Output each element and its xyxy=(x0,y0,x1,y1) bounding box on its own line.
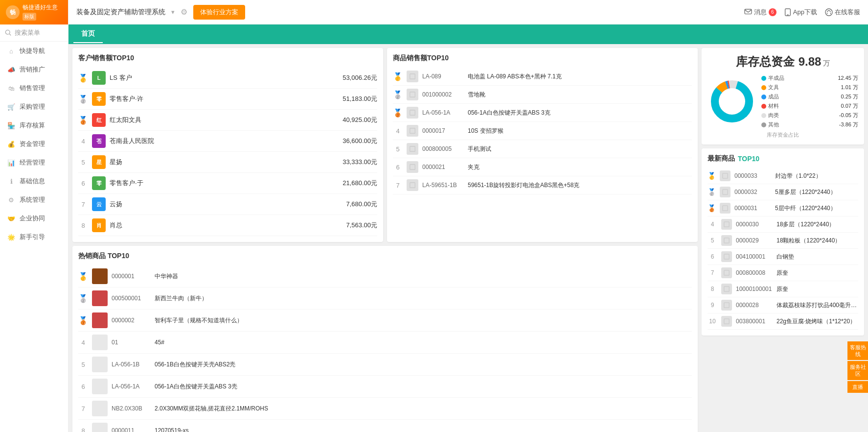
customer-rank-item: 4 苍 苍南县人民医院 36,600.00元 xyxy=(78,131,377,152)
hot-name: 新西兰牛肉（新牛） xyxy=(155,294,692,303)
sidebar-item-management[interactable]: 📊 经营管理 xyxy=(0,153,68,172)
new-avatar xyxy=(721,284,732,294)
inventory-legend: 半成品 12.45 万 文具 1.01 万 成品 0.25 万 xyxy=(761,73,858,129)
new-product-item: 5 0000029 18颗粒板（1220*2440） xyxy=(708,233,858,249)
management-icon: 📊 xyxy=(7,158,16,167)
svg-rect-2 xyxy=(745,9,752,14)
product-rank-item: 4 0000017 10S 变招罗猴 xyxy=(393,122,692,140)
search-menu[interactable]: 搜索菜单 xyxy=(0,24,68,42)
legend-dot-material xyxy=(761,104,766,109)
sales-icon: 🛍 xyxy=(7,84,16,93)
hot-code: 01 xyxy=(112,339,151,346)
phone-icon xyxy=(784,8,791,16)
new-code: 10000100001 xyxy=(736,286,773,292)
online-service-btn[interactable]: 在线客服 xyxy=(825,8,860,17)
logo-icon: 畅 xyxy=(6,5,20,19)
new-code: 000800008 xyxy=(736,269,773,276)
float-live-btn[interactable]: 直播 xyxy=(847,381,868,393)
hot-product-item: 🥈 000500001 新西兰牛肉（新牛） xyxy=(78,288,692,310)
sidebar-item-guide[interactable]: 🌟 新手引导 xyxy=(0,228,68,246)
sidebar-label-9: 企业协同 xyxy=(20,214,45,223)
new-code: 0000033 xyxy=(734,172,771,179)
new-name: 体裁荔枝味苏打饮品400毫升（1*15） xyxy=(777,301,858,310)
sidebar-item-marketing[interactable]: 📣 营销推广 xyxy=(0,60,68,79)
legend-value-material: 0.07 万 xyxy=(841,102,858,110)
sidebar-label-8: 系统管理 xyxy=(20,195,45,204)
rank-name: LS 客户 xyxy=(110,73,339,82)
new-avatar xyxy=(721,267,732,278)
product-rank-item: 🥈 001000002 雪地靴 xyxy=(393,86,692,104)
sidebar-logo: 畅 畅捷通好生意 标版 xyxy=(0,0,68,24)
svg-point-0 xyxy=(5,30,10,34)
messages-btn[interactable]: 消息 6 xyxy=(744,8,777,17)
svg-rect-8 xyxy=(410,74,415,79)
hot-code: 0000002 xyxy=(112,317,151,324)
svg-rect-24 xyxy=(724,222,729,227)
service-icon xyxy=(825,8,833,16)
new-products-list: 🥇 0000033 封边带（1.0*22） 🥈 0000032 5厘多层（122… xyxy=(708,168,858,330)
rank-avatar: 零 xyxy=(92,176,106,190)
sidebar-item-finance[interactable]: 💰 资金管理 xyxy=(0,135,68,153)
svg-rect-30 xyxy=(724,319,729,324)
customer-rank-item: 5 星 星扬 33,333.00元 xyxy=(78,152,377,173)
customer-rank-item: 7 云 云扬 7,680.00元 xyxy=(78,194,377,215)
sidebar-label-3: 采购管理 xyxy=(20,102,45,111)
new-code: 0000028 xyxy=(736,302,773,309)
home-icon: ⌂ xyxy=(7,47,16,55)
prod-avatar xyxy=(407,89,418,100)
hot-code: LA-056-1A xyxy=(112,383,151,390)
new-product-item: 🥉 0000031 5层中纤（1220*2440） xyxy=(708,200,858,216)
hot-product-item: 🥉 0000002 智利车子里（规格不知道填什么） xyxy=(78,310,692,332)
prod-name: 10S 变招罗猴 xyxy=(468,127,692,135)
legend-dot-meat xyxy=(761,113,766,118)
hot-img xyxy=(92,357,108,372)
hot-product-item: 6 LA-056-1A 056-1A白色按键开关盖ABS 3壳 xyxy=(78,376,692,398)
sidebar-item-system[interactable]: ⚙ 系统管理 xyxy=(0,191,68,209)
svg-rect-13 xyxy=(410,165,415,170)
topbar: 装备及固定资产辅助管理系统 ▾ ⚙ 体验行业方案 消息 6 App下载 xyxy=(69,0,868,24)
float-service: 客服热线 服务社区 直播 xyxy=(847,341,868,393)
float-community-btn[interactable]: 服务社区 xyxy=(847,361,868,380)
svg-rect-23 xyxy=(723,206,728,211)
float-service-btn[interactable]: 客服热线 xyxy=(847,341,868,360)
rank-value: 7,680.00元 xyxy=(346,200,377,209)
sidebar-label-6: 经营管理 xyxy=(20,158,45,167)
new-avatar xyxy=(721,235,732,246)
new-code: 0000029 xyxy=(736,237,773,244)
new-code: 0000032 xyxy=(734,189,771,195)
tab-home[interactable]: 首页 xyxy=(73,25,103,43)
customer-ranking-card: 客户销售额TOP10 🥇 L LS 客户 53,006.26元 🥈 零 零售客户… xyxy=(72,48,383,242)
rank-value: 33,333.00元 xyxy=(343,158,377,167)
inventory-chart-area: 半成品 12.45 万 文具 1.01 万 成品 0.25 万 xyxy=(708,73,858,129)
main-area: 装备及固定资产辅助管理系统 ▾ ⚙ 体验行业方案 消息 6 App下载 xyxy=(69,0,868,432)
sidebar-item-collab[interactable]: 🤝 企业协同 xyxy=(0,209,68,228)
hot-name: 45# xyxy=(155,339,692,346)
hot-code: 000500001 xyxy=(112,295,151,302)
finance-icon: 💰 xyxy=(7,140,16,148)
hot-products-list: 🥇 0000001 中华神器 🥈 000500001 新西兰牛肉（新牛） 🥉 0… xyxy=(78,265,692,432)
inventory-card: 库存总资金 9.88 万 xyxy=(702,48,864,144)
new-name: 原奎 xyxy=(777,269,858,277)
sidebar-item-basic-info[interactable]: ℹ 基础信息 xyxy=(0,172,68,191)
svg-rect-9 xyxy=(410,92,415,97)
sidebar-item-purchase[interactable]: 🛒 采购管理 xyxy=(0,97,68,116)
hot-product-item: 7 NB2.0X30B 2.0X30MM双搓花轴,搓花直径2.1MM/ROHS xyxy=(78,398,692,420)
dropdown-icon[interactable]: ▾ xyxy=(171,8,175,16)
customer-rank-list: 🥇 L LS 客户 53,006.26元 🥈 零 零售客户·许 51,183.0… xyxy=(78,68,377,236)
rank-avatar: 苍 xyxy=(92,134,106,148)
rank-avatar: 红 xyxy=(92,113,106,127)
content-area: 客户销售额TOP10 🥇 L LS 客户 53,006.26元 🥈 零 零售客户… xyxy=(69,44,868,432)
app-download-btn[interactable]: App下载 xyxy=(784,8,817,17)
legend-value-meat: -0.05 万 xyxy=(839,112,858,119)
new-avatar xyxy=(720,170,731,181)
new-name: 18多层（1220*2440） xyxy=(777,220,858,229)
sidebar-item-sales[interactable]: 🛍 销售管理 xyxy=(0,79,68,97)
trial-button[interactable]: 体验行业方案 xyxy=(193,5,245,20)
sidebar-item-inventory[interactable]: 🏪 库存核算 xyxy=(0,116,68,135)
settings-icon[interactable]: ⚙ xyxy=(181,7,187,17)
hot-code: LA-056-1B xyxy=(112,361,151,368)
new-product-item: 10 003800001 22g鱼豆腐·烧烤味（1*12*20） xyxy=(708,313,858,330)
hot-product-item: 4 01 45# xyxy=(78,332,692,354)
prod-name: 夹克 xyxy=(468,163,692,171)
sidebar-item-home[interactable]: ⌂ 快捷导航 xyxy=(0,42,68,60)
